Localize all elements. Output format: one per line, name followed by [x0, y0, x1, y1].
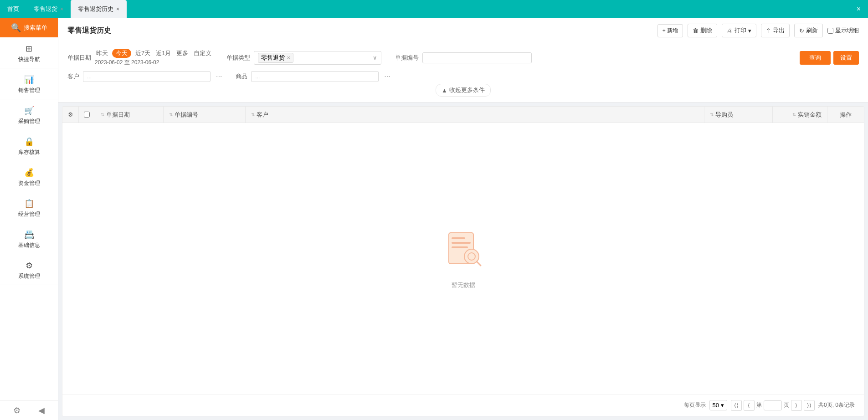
- tab-home-label: 首页: [7, 5, 19, 13]
- sidebar-item-sales-mgmt[interactable]: 📊 销售管理: [0, 68, 58, 99]
- prev-page-btn[interactable]: ⟨: [744, 400, 755, 411]
- sidebar-bottom: ⚙ ◀: [0, 400, 58, 420]
- sidebar-item-inventory[interactable]: 🔒 库存核算: [0, 130, 58, 161]
- window-close[interactable]: ×: [857, 5, 868, 13]
- customer-input[interactable]: [83, 71, 211, 82]
- th-amount-label: 实销金额: [798, 111, 822, 119]
- collapse-label: 收起更多条件: [449, 86, 485, 94]
- refresh-button[interactable]: ↻ 刷新: [794, 24, 823, 37]
- search-icon: 🔍: [11, 23, 21, 33]
- show-detail-checkbox[interactable]: [827, 28, 833, 34]
- first-page-btn[interactable]: ⟨⟨: [731, 400, 742, 411]
- system-icon: ⚙: [24, 261, 34, 271]
- th-action: 操作: [827, 107, 864, 123]
- sidebar-item-inventory-label: 库存核算: [18, 149, 40, 156]
- sidebar-item-purchase-mgmt[interactable]: 🛒 采购管理: [0, 99, 58, 130]
- customer-more-btn[interactable]: ···: [216, 72, 222, 81]
- page-size-label: 每页显示: [684, 401, 706, 409]
- doc-no-input[interactable]: [422, 52, 532, 63]
- doc-no-filter: 单据编号: [395, 52, 532, 63]
- doc-type-filter: 单据类型 零售退货 × ∨: [226, 51, 381, 65]
- settings-gear-icon[interactable]: ⚙: [13, 405, 21, 415]
- sidebar-item-basic-info[interactable]: 📇 基础信息: [0, 223, 58, 254]
- svg-line-6: [477, 261, 481, 266]
- collapse-sidebar-icon[interactable]: ◀: [38, 405, 45, 415]
- customer-filter: 客户 ···: [67, 71, 222, 82]
- collapse-icon: ▲: [442, 87, 447, 94]
- main-layout: 🔍 搜索菜单 ⊞ 快捷导航 📊 销售管理 🛒 采购管理 🔒 库存核算 💰 资金管…: [0, 18, 868, 420]
- settings-button[interactable]: 设置: [833, 51, 859, 65]
- sort-icon-amount: ⇅: [792, 112, 796, 117]
- filter-row-1: 单据日期 昨天 今天 近7天 近1月 更多 自定义 2023-06-02 至 2…: [67, 49, 859, 67]
- sort-icon-guide: ⇅: [710, 112, 714, 117]
- print-button[interactable]: 🖨 打印 ▾: [722, 24, 756, 37]
- th-docno[interactable]: ⇅ 单据编号: [164, 107, 246, 123]
- sidebar-item-finance[interactable]: 💰 资金管理: [0, 161, 58, 192]
- shortcut-more[interactable]: 更多: [175, 49, 190, 58]
- goods-label: 商品: [236, 72, 247, 81]
- print-icon: 🖨: [727, 27, 733, 34]
- svg-rect-2: [452, 242, 471, 244]
- empty-icon: [441, 228, 486, 274]
- next-page-btn[interactable]: ⟩: [791, 400, 802, 411]
- tab-retail-return-history-close[interactable]: ×: [116, 6, 119, 12]
- inventory-icon: 🔒: [24, 137, 34, 147]
- doc-type-tag-close[interactable]: ×: [287, 54, 290, 61]
- page-header: 零售退货历史 + 新增 🗑 删除 🖨 打印 ▾ ⇑ 导出: [58, 18, 868, 43]
- svg-rect-1: [452, 237, 465, 239]
- tab-retail-return[interactable]: 零售退货 ×: [26, 0, 71, 18]
- sidebar-item-system-mgmt[interactable]: ⚙ 系统管理: [0, 254, 58, 285]
- refresh-icon: ↻: [799, 27, 804, 34]
- tab-retail-return-history[interactable]: 零售退货历史 ×: [71, 0, 127, 18]
- date-range-display: 2023-06-02 至 2023-06-02: [95, 59, 213, 67]
- sidebar-item-sales-label: 销售管理: [18, 87, 40, 94]
- th-amount[interactable]: ⇅ 实销金额: [773, 107, 827, 123]
- page-number-input[interactable]: 1: [764, 400, 782, 410]
- th-settings[interactable]: ⚙: [62, 107, 79, 123]
- shortcut-today[interactable]: 今天: [112, 49, 131, 58]
- export-button[interactable]: ⇑ 导出: [761, 24, 790, 37]
- shortcut-7days[interactable]: 近7天: [134, 49, 152, 58]
- operations-icon: 📋: [24, 199, 34, 209]
- tab-home[interactable]: 首页: [0, 0, 26, 18]
- quick-nav-icon: ⊞: [24, 44, 34, 54]
- show-detail-toggle[interactable]: 显示明细: [827, 26, 859, 35]
- last-page-btn[interactable]: ⟩⟩: [804, 400, 815, 411]
- table-area: ⚙ ⇅ 单据日期 ⇅ 单据编号 ⇅ 客户 ⇅: [62, 106, 864, 416]
- delete-button[interactable]: 🗑 删除: [688, 24, 717, 37]
- collapse-button[interactable]: ▲ 收起更多条件: [436, 84, 491, 97]
- th-checkbox[interactable]: [79, 107, 95, 123]
- th-action-label: 操作: [840, 111, 852, 119]
- th-customer-label: 客户: [257, 111, 268, 119]
- filter-area: 单据日期 昨天 今天 近7天 近1月 更多 自定义 2023-06-02 至 2…: [58, 43, 868, 102]
- add-button[interactable]: + 新增: [657, 24, 683, 37]
- sidebar-item-purchase-label: 采购管理: [18, 118, 40, 125]
- shortcut-1month[interactable]: 近1月: [154, 49, 172, 58]
- top-tabs: 首页 零售退货 × 零售退货历史 ×: [0, 0, 857, 18]
- refresh-label: 刷新: [806, 26, 818, 35]
- date-filter: 单据日期 昨天 今天 近7天 近1月 更多 自定义 2023-06-02 至 2…: [67, 49, 213, 67]
- doc-type-select[interactable]: 零售退货 × ∨: [254, 51, 381, 65]
- query-button[interactable]: 查询: [800, 51, 831, 65]
- page-title: 零售退货历史: [67, 26, 111, 36]
- th-docno-label: 单据编号: [175, 111, 198, 119]
- page-size-select[interactable]: 50 ▾: [709, 400, 727, 410]
- page-label: 第: [756, 401, 762, 409]
- sidebar-item-operations[interactable]: 📋 经营管理: [0, 192, 58, 223]
- goods-more-btn[interactable]: ···: [384, 72, 390, 81]
- goods-input[interactable]: [251, 71, 379, 82]
- th-customer[interactable]: ⇅ 客户: [246, 107, 704, 123]
- sales-icon: 📊: [24, 75, 34, 85]
- shortcut-custom[interactable]: 自定义: [192, 49, 213, 58]
- sidebar-item-operations-label: 经营管理: [18, 210, 40, 218]
- doc-type-tag-value: 零售退货: [261, 54, 285, 62]
- sort-icon-customer: ⇅: [251, 112, 255, 117]
- sidebar-item-quick-nav[interactable]: ⊞ 快捷导航: [0, 37, 58, 68]
- th-date[interactable]: ⇅ 单据日期: [95, 107, 164, 123]
- tab-retail-return-close[interactable]: ×: [60, 6, 63, 12]
- sidebar-search[interactable]: 🔍 搜索菜单: [0, 18, 58, 37]
- select-all-checkbox[interactable]: [84, 112, 90, 118]
- date-shortcuts-container: 昨天 今天 近7天 近1月 更多 自定义 2023-06-02 至 2023-0…: [95, 49, 213, 67]
- th-guide[interactable]: ⇅ 导购员: [704, 107, 773, 123]
- shortcut-yesterday[interactable]: 昨天: [95, 49, 109, 58]
